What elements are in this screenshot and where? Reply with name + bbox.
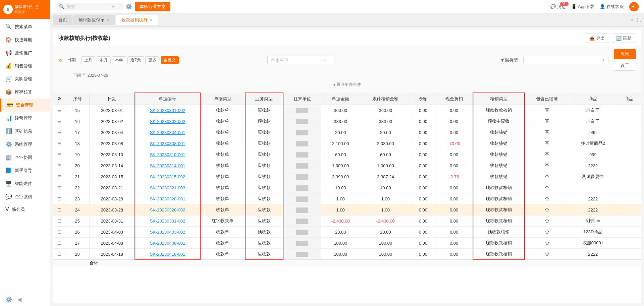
settings-icon[interactable]: ⚙️: [5, 296, 12, 303]
refresh-button[interactable]: 🔄 刷新: [612, 34, 636, 43]
cell-doc-no[interactable]: SK-20230328-002: [135, 204, 201, 216]
cell-gear[interactable]: ☰: [53, 138, 65, 149]
date-btn-this-year[interactable]: 本年: [112, 56, 126, 64]
export-button[interactable]: 📤 导出: [585, 34, 609, 43]
sidebar-item-marketing[interactable]: 📢营销推广: [0, 46, 50, 59]
cell-doc-no[interactable]: SK-20230418-001: [135, 249, 201, 260]
date-btn-custom[interactable]: 自定义: [161, 56, 179, 64]
cell-gear[interactable]: ☰: [53, 160, 65, 171]
cell-gear[interactable]: ☰: [53, 227, 65, 238]
tab-collection[interactable]: 收款核销执行 ✕: [116, 15, 158, 25]
cell-gear[interactable]: ☰: [53, 149, 65, 160]
cell-doc-amount: 10.00: [321, 182, 360, 193]
sidebar-item-system[interactable]: ⚙️系统管理: [0, 138, 50, 151]
system-icon: ⚙️: [5, 141, 12, 147]
sidebar-item-operations[interactable]: 📊经营管理: [0, 112, 50, 125]
cell-gear[interactable]: ☰: [53, 171, 65, 182]
header-right: 💬 消息 99+ 📱 App下载 👤 在线客服 Rit: [550, 2, 639, 11]
sidebar-item-search[interactable]: 🔍搜索菜单: [0, 20, 50, 33]
counterpart-input[interactable]: [271, 58, 321, 63]
cell-doc-no[interactable]: SK-20230315-002: [135, 171, 201, 182]
cell-gear[interactable]: ☰: [53, 204, 65, 216]
app-download-button[interactable]: 📱 App下载: [571, 4, 594, 10]
cell-doc-no[interactable]: SK-20230314-001: [135, 160, 201, 171]
cell-doc-no[interactable]: SK-20230308-001: [135, 138, 201, 149]
cell-gear[interactable]: ☰: [53, 249, 65, 260]
doc-type-chevron-icon: ▾: [602, 58, 605, 63]
tab-collection-close-icon[interactable]: ✕: [150, 18, 153, 22]
col-doc-amount: 单据金额: [321, 93, 360, 105]
tab-close-all-icon[interactable]: ✕: [631, 17, 634, 22]
header-search-wrap[interactable]: 🔍 ▾: [56, 3, 123, 10]
cell-gear[interactable]: ☰: [53, 116, 65, 127]
sidebar-item-quicknav[interactable]: 🏠快捷导航: [0, 33, 50, 46]
cell-include-settled: 否: [525, 182, 569, 193]
sidebar-item-basic[interactable]: ℹ️基础信息: [0, 125, 50, 138]
sidebar-item-enterprise[interactable]: 🏢企业协同: [0, 151, 50, 164]
cell-include-settled: 否: [525, 249, 569, 260]
marketing-icon: 📢: [5, 50, 12, 56]
doc-type-select[interactable]: ▾: [523, 56, 608, 64]
tab-expand-icon[interactable]: ⛶: [637, 17, 641, 22]
cell-gear[interactable]: ☰: [53, 193, 65, 204]
operations-icon: 📊: [5, 115, 12, 121]
cell-product2: [617, 171, 641, 182]
date-btn-this-month[interactable]: 本月: [97, 56, 111, 64]
app-icon: 📱: [571, 4, 577, 9]
cell-doc-no[interactable]: SK-20230331-002: [135, 216, 201, 227]
date-btn-last-month[interactable]: 上月: [81, 56, 95, 64]
date-btn-7days[interactable]: 近7天: [127, 56, 144, 64]
cell-doc-no[interactable]: SK-20230310-001: [135, 149, 201, 160]
expand-more-button[interactable]: ▾ 展开更多条件: [58, 80, 636, 89]
cell-gear[interactable]: ☰: [53, 182, 65, 193]
cell-cumulative: -2,430.00: [360, 216, 411, 227]
sidebar-item-inventory[interactable]: 📦库存核算: [0, 85, 50, 99]
sidebar-item-purchase[interactable]: 🛒采购管理: [0, 72, 50, 85]
cell-doc-no[interactable]: SK-20230304-001: [135, 127, 201, 138]
counterpart-dots-icon[interactable]: ···: [321, 57, 327, 63]
cell-gear[interactable]: ☰: [53, 216, 65, 227]
cell-balance: 0.00: [411, 160, 435, 171]
online-service-button[interactable]: 👤 在线客服: [600, 4, 624, 10]
sidebar-item-member[interactable]: V畅会员: [0, 203, 50, 216]
sidebar-item-guide[interactable]: 📘新手引导: [0, 164, 50, 177]
collapse-icon[interactable]: ◀: [17, 296, 21, 303]
table-row: ☰ 22 2023-03-21 SK-20230321-003 收款单 应收款 …: [53, 182, 641, 193]
cell-product: [569, 182, 617, 193]
cell-doc-no[interactable]: SK-20230408-001: [135, 238, 201, 249]
cell-doc-no[interactable]: SK-20230403-002: [135, 227, 201, 238]
cell-gear[interactable]: ☰: [53, 238, 65, 249]
collapse-toggle-icon[interactable]: »: [58, 57, 62, 64]
cell-no: 21: [65, 171, 90, 182]
user-avatar[interactable]: Rit: [629, 2, 639, 11]
header-gear-icon[interactable]: ⚙️: [125, 3, 132, 10]
query-button[interactable]: 查询: [614, 49, 636, 59]
tab-prepay-close-icon[interactable]: ✕: [107, 18, 110, 22]
cell-gear[interactable]: ☰: [53, 105, 65, 116]
cell-doc-no[interactable]: SK-20230328-001: [135, 193, 201, 204]
settings-button[interactable]: 设置: [614, 61, 636, 71]
cell-doc-no[interactable]: SK-20230302-002: [135, 116, 201, 127]
tab-prepay[interactable]: 预付款应付单 ✕: [73, 15, 115, 25]
cell-no: 23: [65, 193, 90, 204]
cell-no: 22: [65, 182, 90, 193]
inventory-icon: 📦: [5, 89, 12, 95]
cell-gear[interactable]: ☰: [53, 127, 65, 138]
col-counterpart: 往来单位: [283, 93, 321, 105]
header-search-input[interactable]: [66, 4, 110, 9]
cell-product: 999: [569, 127, 617, 138]
message-button[interactable]: 💬 消息 99+: [550, 4, 566, 10]
cell-doc-no[interactable]: SK-20230301-002: [135, 105, 201, 116]
date-btn-more[interactable]: 更多: [145, 56, 159, 64]
cell-write-off-type: 预收中应收: [473, 116, 524, 127]
cell-doc-no[interactable]: SK-20230321-003: [135, 182, 201, 193]
cell-date: 2023-03-08: [90, 138, 135, 149]
sidebar-item-hardware[interactable]: 🖥️智能硬件: [0, 177, 50, 190]
sidebar-item-finance[interactable]: 💳资金管理: [0, 99, 50, 112]
counterpart-input-wrap[interactable]: ···: [267, 56, 334, 64]
sidebar-item-wechat[interactable]: 💬企业微信: [0, 190, 50, 203]
try-solution-button[interactable]: 体验行业方案: [135, 2, 170, 11]
col-gear[interactable]: ⚙: [53, 93, 65, 105]
tab-home[interactable]: 首页: [53, 15, 72, 25]
sidebar-item-sales[interactable]: 💰销售管理: [0, 59, 50, 72]
